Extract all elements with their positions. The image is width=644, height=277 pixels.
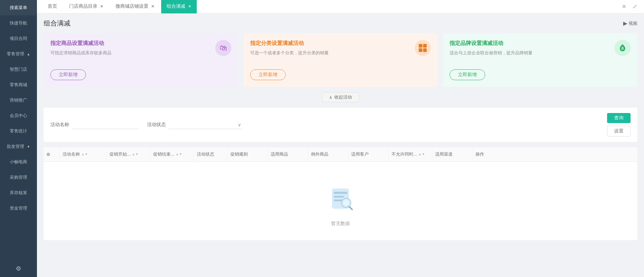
sidebar-item-wholesale-mgmt[interactable]: 批发管理 — [0, 139, 37, 154]
sidebar: 搜索菜单 快捷导航 项目合同 零售管理 智慧门店 零售商城 营销推广 会员中心 … — [0, 0, 37, 277]
sidebar-item-inventory[interactable]: 库存核算 — [0, 185, 37, 201]
filter-activity-status: 活动状态 ∨ — [147, 121, 242, 129]
sidebar-bottom: ⚙ — [0, 260, 37, 277]
collapse-bar: ∧ 收起活动 — [44, 92, 637, 102]
tab-close-store-catalog[interactable]: ✕ — [100, 4, 103, 9]
window-maximize-button[interactable]: ⤢ — [631, 3, 639, 11]
th-promo-start: 促销开始... ▲▼ — [107, 147, 150, 161]
main-area: 首页 门店商品目录 ✕ 微商城店铺设置 ✕ 组合满减 ✕ ✕ ⤢ 组合满减 ▶ … — [37, 0, 644, 277]
empty-text: 暂无数据 — [331, 221, 350, 227]
sort-icon[interactable]: ▲▼ — [176, 153, 182, 156]
sidebar-item-purchase-mgmt[interactable]: 采购管理 — [0, 170, 37, 185]
card-brand-discount: 指定品牌设置满减活动 适合与上游企业联合做营销，提升品牌销量 立即新增 — [443, 33, 637, 87]
sidebar-item-label: 搜索菜单 — [10, 5, 27, 10]
query-button[interactable]: 查询 — [607, 113, 631, 123]
tab-close-wechat-settings[interactable]: ✕ — [151, 4, 154, 9]
play-icon: ▶ — [623, 20, 627, 26]
data-table: ⚙ 活动名称 ▲▼ 促销开始... ▲▼ 促销结束... ▲▼ 活动状态 — [44, 147, 637, 240]
sidebar-item-marketing[interactable]: 营销推广 — [0, 93, 37, 108]
card-product-desc: 可指定滞销商品或库存较多商品 — [50, 50, 231, 57]
sidebar-item-project-contract[interactable]: 项目合同 — [0, 31, 37, 46]
page-header: 组合满减 ▶ 视频 — [44, 19, 637, 28]
settings-icon[interactable]: ⚙ — [0, 260, 37, 277]
sidebar-item-retail-mall[interactable]: 零售商城 — [0, 77, 37, 93]
activity-status-select-wrap: ∨ — [169, 121, 242, 129]
svg-line-12 — [350, 207, 352, 210]
svg-rect-6 — [334, 192, 347, 194]
card-category-title: 指定分类设置满减活动 — [250, 40, 431, 47]
sidebar-item-label: 采购管理 — [10, 175, 27, 180]
tab-store-catalog[interactable]: 门店商品目录 ✕ — [64, 0, 109, 13]
settings-button[interactable]: 设置 — [607, 126, 631, 136]
content-area: 组合满减 ▶ 视频 指定商品设置满减活动 可指定滞销商品或库存较多商品 🛍 立即… — [37, 13, 644, 277]
sort-icon[interactable]: ▲▼ — [132, 153, 139, 156]
th-applicable-customers: 适用客户 — [349, 147, 389, 161]
table-header: ⚙ 活动名称 ▲▼ 促销开始... ▲▼ 促销结束... ▲▼ 活动状态 — [44, 147, 637, 162]
svg-point-10 — [343, 200, 349, 206]
tab-bar: 首页 门店商品目录 ✕ 微商城店铺设置 ✕ 组合满减 ✕ ✕ ⤢ — [37, 0, 644, 13]
th-operations: 操作 — [473, 147, 513, 161]
filter-activity-name-label: 活动名称 — [50, 122, 69, 128]
svg-rect-7 — [334, 196, 344, 198]
sidebar-item-finance-mgmt[interactable]: 资金管理 — [0, 201, 37, 216]
card-product-title: 指定商品设置满减活动 — [50, 40, 231, 47]
sidebar-item-label: 零售统计 — [10, 128, 27, 133]
tab-combo-discount[interactable]: 组合满减 ✕ — [161, 0, 197, 13]
card-category-discount: 指定分类设置满减活动 可选一个或者多个分类，提升分类的销量 立即新增 — [243, 33, 438, 87]
filter-activity-name: 活动名称 — [50, 121, 139, 129]
gear-icon: ⚙ — [46, 152, 50, 157]
sidebar-item-label: 会员中心 — [10, 113, 27, 118]
svg-rect-0 — [419, 44, 422, 48]
sidebar-item-label: 快捷导航 — [10, 20, 27, 25]
filter-row: 活动名称 活动状态 ∨ 查询 设置 — [44, 108, 637, 142]
svg-rect-3 — [423, 48, 427, 52]
sidebar-item-xiaochang-ecom[interactable]: 小畅电商 — [0, 154, 37, 170]
sidebar-item-smart-store[interactable]: 智慧门店 — [0, 62, 37, 77]
tab-close-combo-discount[interactable]: ✕ — [188, 4, 191, 9]
card-category-desc: 可选一个或者多个分类，提升分类的销量 — [250, 50, 431, 57]
sidebar-item-label: 零售管理 — [7, 51, 24, 56]
card-category-add-button[interactable]: 立即新增 — [250, 69, 286, 80]
collapse-button[interactable]: ∧ 收起活动 — [322, 92, 359, 102]
sidebar-item-search-menu[interactable]: 搜索菜单 — [0, 0, 37, 15]
th-no-concurrent: 不允许同时... ▲▼ — [389, 147, 432, 161]
card-brand-desc: 适合与上游企业联合做营销，提升品牌销量 — [450, 50, 631, 57]
card-category-icon — [415, 40, 431, 56]
sidebar-item-member-center[interactable]: 会员中心 — [0, 108, 37, 123]
th-applicable-goods: 适用商品 — [268, 147, 308, 161]
card-brand-add-button[interactable]: 立即新增 — [450, 69, 485, 80]
window-close-button[interactable]: ✕ — [620, 3, 628, 11]
th-activity-name: 活动名称 ▲▼ — [60, 147, 107, 161]
tab-home[interactable]: 首页 — [42, 0, 62, 13]
video-link[interactable]: ▶ 视频 — [623, 20, 637, 26]
th-settings[interactable]: ⚙ — [44, 147, 60, 161]
empty-state: 暂无数据 — [44, 162, 637, 240]
card-brand-title: 指定品牌设置满减活动 — [450, 40, 631, 47]
activity-name-input[interactable] — [72, 121, 139, 129]
filter-activity-status-label: 活动状态 — [147, 122, 166, 128]
activity-status-select[interactable] — [169, 121, 242, 129]
sidebar-item-label: 资金管理 — [10, 206, 27, 211]
sidebar-item-label: 营销推广 — [10, 98, 27, 103]
sidebar-item-retail-stats[interactable]: 零售统计 — [0, 123, 37, 139]
sort-icon[interactable]: ▲▼ — [418, 153, 425, 156]
th-promo-end: 促销结束... ▲▼ — [150, 147, 194, 161]
th-excluded-goods: 例外商品 — [308, 147, 349, 161]
sidebar-item-label: 智慧门店 — [10, 67, 27, 72]
sidebar-item-label: 批发管理 — [7, 144, 24, 149]
card-product-icon: 🛍 — [215, 40, 231, 56]
th-applicable-channels: 适用渠道 — [432, 147, 473, 161]
th-activity-status: 活动状态 — [194, 147, 228, 161]
sort-icon[interactable]: ▲▼ — [81, 153, 88, 156]
svg-rect-1 — [423, 44, 427, 48]
sidebar-item-label: 项目合同 — [10, 36, 27, 41]
sidebar-item-quick-nav[interactable]: 快捷导航 — [0, 15, 37, 31]
page-title: 组合满减 — [44, 19, 71, 28]
sidebar-item-label: 零售商城 — [10, 82, 27, 87]
sidebar-item-retail-mgmt[interactable]: 零售管理 — [0, 46, 37, 62]
card-product-add-button[interactable]: 立即新增 — [50, 69, 86, 80]
tab-actions: ✕ ⤢ — [620, 3, 639, 11]
sidebar-item-label: 小畅电商 — [10, 159, 27, 164]
empty-illustration — [324, 182, 357, 215]
tab-wechat-settings[interactable]: 微商城店铺设置 ✕ — [110, 0, 160, 13]
